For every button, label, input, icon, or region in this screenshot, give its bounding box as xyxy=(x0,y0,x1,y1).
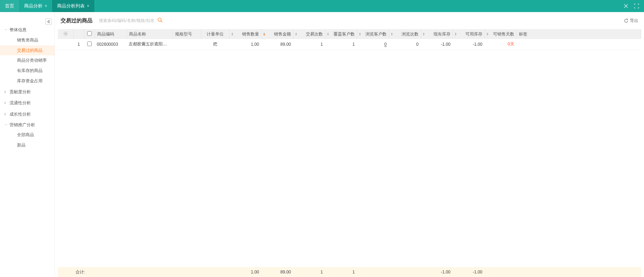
sidebar-group-overall[interactable]: 整体信息 xyxy=(0,25,55,35)
fullscreen-icon[interactable] xyxy=(633,2,640,10)
col-label: 商品名称 xyxy=(129,32,146,37)
col-browse-count[interactable]: 浏览次数 xyxy=(389,29,421,39)
col-label: 销售数量 xyxy=(242,32,259,37)
col-sales-amount[interactable]: 销售金额 xyxy=(261,29,293,39)
col-settings[interactable] xyxy=(58,29,73,39)
content: 交易过的商品 导出 xyxy=(55,12,644,277)
footer-sales-amount: 89.00 xyxy=(261,270,293,275)
col-stock-avail[interactable]: 可用库存 xyxy=(453,29,485,39)
cell-sales-qty: 1.00 xyxy=(229,39,261,50)
col-name[interactable]: 商品名称 xyxy=(127,29,173,39)
col-browse-cust[interactable]: 浏览客户数 xyxy=(357,29,389,39)
close-icon[interactable]: × xyxy=(45,4,47,9)
chevron-right-icon xyxy=(4,99,8,106)
sort-icon xyxy=(454,32,457,36)
col-trade-count[interactable]: 交易次数 xyxy=(293,29,325,39)
col-unit[interactable]: 计量单位 xyxy=(201,29,229,39)
cell-name: 左都胶囊五折遮阳伞防晒伞; xyxy=(127,39,173,50)
sidebar-group-growth[interactable]: 成长性分析 xyxy=(0,109,55,120)
sidebar-group-contribution[interactable]: 贡献度分析 xyxy=(0,86,55,98)
cell-sales-amount: 89.00 xyxy=(261,39,293,50)
tab-product-analysis-list[interactable]: 商品分析列表 × xyxy=(52,0,94,12)
sidebar-item-label: 销售类商品 xyxy=(17,38,38,43)
sort-icon xyxy=(422,32,425,36)
close-all-icon[interactable] xyxy=(622,2,630,10)
footer-stock-now: -1.00 xyxy=(421,270,453,275)
cell-code: 002600003 xyxy=(95,39,127,50)
row-checkbox[interactable] xyxy=(87,41,92,46)
col-checkbox xyxy=(84,29,95,39)
browse-cust-link[interactable]: 0 xyxy=(384,42,387,47)
col-cust-cover[interactable]: 覆盖客户数 xyxy=(325,29,357,39)
tab-label: 商品分析 xyxy=(24,3,43,9)
col-label: 商品编码 xyxy=(97,32,114,37)
cell-unit: 把 xyxy=(201,39,229,50)
col-code[interactable]: 商品编码 xyxy=(95,29,127,39)
chevron-right-icon xyxy=(4,88,8,95)
close-icon[interactable]: × xyxy=(87,4,89,9)
col-label: 销售金额 xyxy=(274,32,291,37)
sidebar-item-label: 新品 xyxy=(17,143,26,148)
search-input[interactable] xyxy=(99,17,163,25)
header-actions: 导出 xyxy=(624,18,638,24)
col-label: 现有库存 xyxy=(433,32,450,37)
table-header: 商品编码 商品名称 规格型号 计量单位 销售数量 销售金额 交易次数 覆盖客户数… xyxy=(58,29,641,39)
svg-line-9 xyxy=(67,32,67,32)
refresh-export-icon xyxy=(624,18,628,23)
svg-line-1 xyxy=(161,21,162,22)
cell-saleable-days: 0天 xyxy=(485,39,516,50)
sidebar-item-category-sell-rate[interactable]: 商品分类动销率 xyxy=(0,55,55,66)
col-sales-qty[interactable]: 销售数量 xyxy=(229,29,261,39)
sort-icon xyxy=(486,32,489,36)
tab-label: 首页 xyxy=(5,3,14,9)
sidebar-item-label: 交易过的商品 xyxy=(17,48,43,53)
col-tag[interactable]: 标签 xyxy=(516,29,641,39)
gear-icon xyxy=(63,32,68,37)
collapse-sidebar-icon[interactable] xyxy=(45,18,52,25)
sidebar-item-new-products[interactable]: 新品 xyxy=(0,140,55,150)
table-body: 1 002600003 左都胶囊五折遮阳伞防晒伞; 把 1.00 89.00 1… xyxy=(58,39,641,50)
tab-list: 首页 商品分析 × 商品分析列表 × xyxy=(0,0,94,12)
sidebar-group-marketing[interactable]: 营销推广分析 xyxy=(0,120,55,130)
svg-line-10 xyxy=(64,35,64,35)
col-label: 标签 xyxy=(519,32,527,37)
footer-stock-avail: -1.00 xyxy=(453,270,485,275)
search-icon[interactable] xyxy=(157,17,163,23)
col-label: 浏览客户数 xyxy=(365,32,387,37)
sidebar-item-label: 库存资金占用 xyxy=(17,78,43,83)
col-label: 可销售天数 xyxy=(493,32,514,37)
cell-gear xyxy=(58,39,73,50)
col-stock-now[interactable]: 现有库存 xyxy=(421,29,453,39)
chevron-down-icon xyxy=(4,28,8,33)
footer-label: 合计: xyxy=(73,269,95,275)
tab-product-analysis[interactable]: 商品分析 × xyxy=(19,0,52,12)
cell-stock-avail: -1.00 xyxy=(453,39,485,50)
export-label: 导出 xyxy=(630,18,638,24)
data-table: 商品编码 商品名称 规格型号 计量单位 销售数量 销售金额 交易次数 覆盖客户数… xyxy=(58,29,641,50)
export-button[interactable]: 导出 xyxy=(624,18,638,24)
sort-icon xyxy=(358,32,362,36)
col-label: 可用库存 xyxy=(465,32,482,37)
cell-index: 1 xyxy=(73,39,84,50)
sort-icon xyxy=(326,32,330,36)
svg-line-7 xyxy=(64,32,64,32)
sidebar-item-sales-products[interactable]: 销售类商品 xyxy=(0,35,55,45)
sidebar-group-label: 营销推广分析 xyxy=(10,122,35,127)
sidebar-item-traded-products[interactable]: 交易过的商品 xyxy=(0,45,55,56)
tab-home[interactable]: 首页 xyxy=(0,0,19,12)
col-label: 规格型号 xyxy=(175,32,192,37)
footer-cust-cover: 1 xyxy=(325,270,357,275)
sidebar-item-all-products[interactable]: 全部商品 xyxy=(0,130,55,140)
sidebar-item-in-stock[interactable]: 有库存的商品 xyxy=(0,66,55,76)
sidebar-group-label: 贡献度分析 xyxy=(10,89,31,94)
main-area: 整体信息 销售类商品 交易过的商品 商品分类动销率 有库存的商品 库存资金占用 … xyxy=(0,12,644,277)
col-label: 浏览次数 xyxy=(402,32,419,37)
col-spec[interactable]: 规格型号 xyxy=(173,29,201,39)
cell-spec xyxy=(173,39,201,50)
sidebar-item-stock-capital[interactable]: 库存资金占用 xyxy=(0,76,55,86)
sidebar-group-circulation[interactable]: 流通性分析 xyxy=(0,97,55,109)
table-row[interactable]: 1 002600003 左都胶囊五折遮阳伞防晒伞; 把 1.00 89.00 1… xyxy=(58,39,641,50)
col-saleable-days[interactable]: 可销售天数 xyxy=(485,29,516,39)
sidebar-group-label: 成长性分析 xyxy=(10,112,31,117)
select-all-checkbox[interactable] xyxy=(87,31,92,36)
